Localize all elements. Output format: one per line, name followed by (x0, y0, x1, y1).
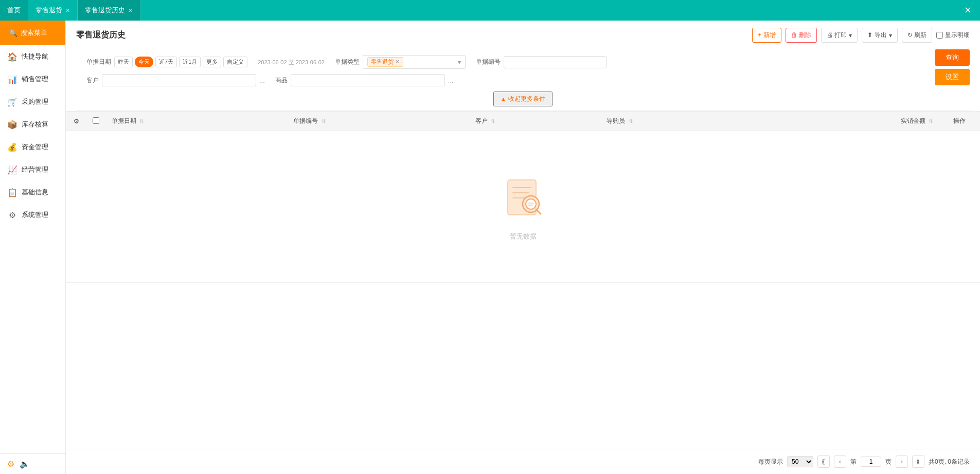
filter-area: 单据日期 昨天 今天 近7天 近1月 更多 自定义 2023-06-02 至 2… (76, 49, 970, 111)
th-guide-label: 导购员 (607, 117, 625, 124)
th-actions: 操作 (939, 112, 980, 131)
th-amount-label: 实销金额 (901, 117, 925, 124)
page-suffix: 页 (885, 458, 892, 466)
next-page-button[interactable]: › (896, 455, 908, 468)
delete-button[interactable]: 🗑 删除 (786, 28, 817, 43)
date-today[interactable]: 今天 (135, 57, 153, 67)
date-filter: 单据日期 昨天 今天 近7天 近1月 更多 自定义 (86, 57, 247, 67)
sidebar-item-operation[interactable]: 📈 经营管理 (0, 158, 65, 181)
sidebar-item-sales[interactable]: 📊 销售管理 (0, 68, 65, 90)
first-page-button[interactable]: ⟪ (817, 455, 830, 468)
date-range-text: 2023-06-02 至 2023-06-02 (258, 59, 325, 66)
tab-retail-return[interactable]: 零售退货 ✕ (28, 0, 78, 21)
th-number[interactable]: 单据编号 ⇅ (287, 112, 469, 131)
quicknav-icon: 🏠 (7, 51, 17, 62)
voucher-filter: 单据编号 (476, 56, 607, 68)
sidebar-item-quicknav[interactable]: 🏠 快捷导航 (0, 45, 65, 68)
type-select-arrow: ▾ (458, 59, 461, 66)
th-date-sort: ⇅ (139, 118, 144, 124)
svg-point-5 (526, 199, 536, 209)
th-check[interactable] (86, 112, 105, 131)
tab-home-label: 首页 (7, 6, 21, 15)
prev-page-button[interactable]: ‹ (834, 455, 846, 468)
select-all-checkbox[interactable] (93, 117, 99, 124)
type-tag: 零售退货 ✕ (367, 57, 403, 67)
display-toggle[interactable]: 显示明细 (936, 31, 970, 40)
empty-icon (497, 172, 549, 224)
tab-retail-return-history[interactable]: 零售退货历史 ✕ (78, 0, 140, 21)
sidebar-item-purchase[interactable]: 🛒 采购管理 (0, 90, 65, 113)
type-select[interactable]: 零售退货 ✕ ▾ (363, 55, 466, 69)
refresh-button[interactable]: ↻ 刷新 (902, 28, 932, 43)
display-detail-checkbox[interactable] (936, 32, 943, 39)
customer-input[interactable] (102, 74, 256, 86)
date-1month[interactable]: 近1月 (179, 57, 201, 67)
voucher-input[interactable] (504, 56, 607, 68)
customer-filter-label: 客户 (86, 76, 99, 85)
date-range-display: 2023-06-02 至 2023-06-02 (258, 58, 325, 66)
sidebar-item-purchase-label: 采购管理 (22, 97, 48, 106)
th-date[interactable]: 单据日期 ⇅ (105, 112, 287, 131)
tab-retail-return-close[interactable]: ✕ (65, 7, 70, 14)
sidebar-item-basic-info[interactable]: 📋 基础信息 (0, 181, 65, 204)
date-yesterday[interactable]: 昨天 (114, 57, 133, 67)
sidebar-search[interactable]: 🔍 搜索菜单 (0, 21, 65, 45)
sidebar-search-label: 搜索菜单 (21, 28, 47, 38)
finance-icon: 💰 (7, 142, 17, 152)
type-tag-text: 零售退货 (371, 58, 394, 66)
collapse-button[interactable]: ▲ 收起更多条件 (493, 92, 553, 106)
window-close-button[interactable]: ✕ (964, 5, 972, 16)
export-button[interactable]: ⬆ 导出 ▾ (862, 28, 897, 43)
th-customer-label: 客户 (475, 117, 488, 124)
th-customer[interactable]: 客户 ⇅ (469, 112, 600, 131)
page-number-input[interactable] (861, 457, 881, 467)
sound-icon[interactable]: 🔈 (20, 459, 30, 469)
date-more[interactable]: 更多 (203, 57, 221, 67)
tab-retail-return-history-close[interactable]: ✕ (128, 7, 133, 14)
sidebar-item-operation-label: 经营管理 (22, 165, 48, 174)
svg-line-6 (536, 209, 541, 214)
filter-row-2: 客户 ... 商品 ... (86, 74, 959, 86)
print-button[interactable]: 🖨 打印 ▾ (821, 28, 858, 43)
date-7days[interactable]: 近7天 (155, 57, 177, 67)
purchase-icon: 🛒 (7, 97, 17, 107)
basic-info-icon: 📋 (7, 187, 17, 197)
top-bar-right: ✕ (964, 5, 980, 16)
th-amount[interactable]: 实销金额 ⇅ (757, 112, 939, 131)
table-header-row: ⚙ 单据日期 ⇅ 单据编号 ⇅ 客户 ⇅ (66, 112, 980, 131)
goods-filter-label: 商品 (275, 76, 288, 85)
type-tag-close[interactable]: ✕ (395, 59, 400, 65)
print-arrow-icon: ▾ (849, 32, 852, 39)
th-customer-sort: ⇅ (491, 118, 495, 124)
new-button[interactable]: + 新增 (752, 28, 781, 43)
sidebar-item-system-label: 系统管理 (22, 210, 48, 220)
settings-button[interactable]: 设置 (935, 69, 970, 85)
tab-retail-return-history-label: 零售退货历史 (85, 6, 125, 15)
th-date-label: 单据日期 (112, 117, 136, 124)
query-button[interactable]: 查询 (935, 49, 970, 66)
sidebar-item-quicknav-label: 快捷导航 (22, 52, 48, 61)
sidebar-item-finance[interactable]: 💰 资金管理 (0, 136, 65, 158)
date-shortcuts: 昨天 今天 近7天 近1月 更多 自定义 (114, 57, 247, 67)
th-guide[interactable]: 导购员 ⇅ (600, 112, 757, 131)
page-prefix: 第 (850, 458, 857, 466)
last-page-button[interactable]: ⟫ (912, 455, 924, 468)
display-toggle-label: 显示明细 (945, 31, 970, 40)
voucher-filter-label: 单据编号 (476, 58, 501, 66)
goods-input[interactable] (291, 74, 445, 86)
tab-home[interactable]: 首页 (0, 0, 28, 21)
th-number-sort: ⇅ (322, 118, 326, 124)
customer-dots[interactable]: ... (259, 77, 265, 84)
th-gear[interactable]: ⚙ (66, 112, 86, 131)
date-custom[interactable]: 自定义 (223, 57, 247, 67)
sidebar-item-inventory[interactable]: 📦 库存核算 (0, 113, 65, 136)
goods-dots[interactable]: ... (448, 77, 454, 84)
sidebar-item-basic-info-label: 基础信息 (22, 188, 48, 197)
print-label: 🖨 打印 (827, 31, 847, 40)
filter-row-1: 单据日期 昨天 今天 近7天 近1月 更多 自定义 2023-06-02 至 2… (86, 55, 959, 69)
sidebar-item-system[interactable]: ⚙ 系统管理 (0, 204, 65, 226)
table-wrapper: ⚙ 单据日期 ⇅ 单据编号 ⇅ 客户 ⇅ (66, 112, 980, 449)
collapse-icon: ▲ (501, 96, 507, 103)
settings-icon[interactable]: ⚙ (7, 459, 14, 469)
per-page-select[interactable]: 50 100 200 (787, 456, 813, 467)
